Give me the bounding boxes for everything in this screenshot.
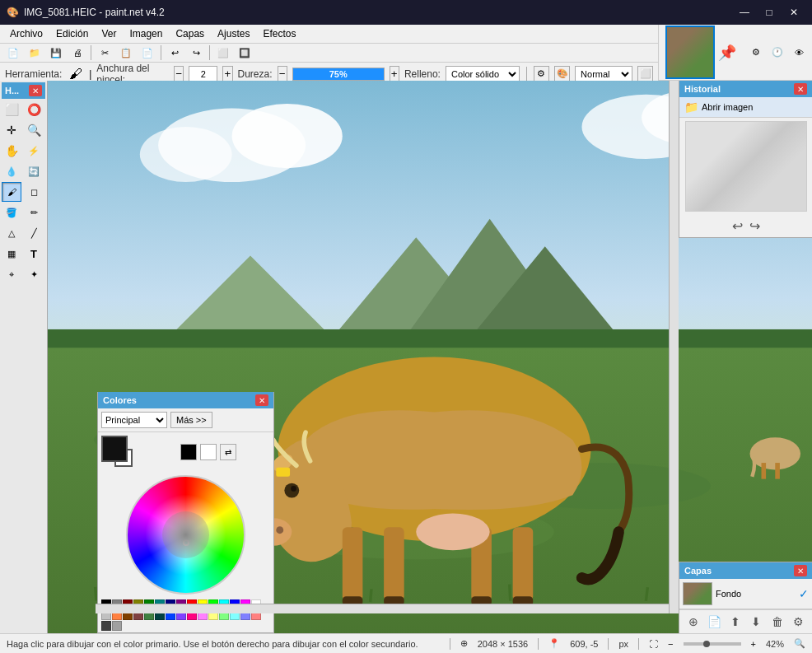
toolbox-close-button[interactable]: ✕ (29, 85, 42, 96)
special-tool[interactable]: ✦ (24, 264, 44, 284)
zoom-bar[interactable] (684, 642, 741, 646)
color-channel-select[interactable]: Principal Secundario (101, 412, 167, 428)
cut-button[interactable]: ✂ (95, 44, 114, 62)
history-undo-button[interactable]: ↩ (732, 218, 743, 234)
extra-swatches: ⇄ (180, 444, 236, 460)
menu-edicion[interactable]: Edición (49, 25, 95, 43)
menu-archivo[interactable]: Archivo (3, 25, 49, 43)
settings-btn[interactable]: ⚙ (746, 44, 766, 62)
swap-colors-button[interactable]: ⇄ (220, 444, 236, 460)
shapes-tool[interactable]: △ (2, 223, 21, 243)
select-rect-tool[interactable]: ⬜ (2, 100, 21, 119)
history-item-icon: 📁 (684, 100, 698, 114)
primary-color-swatch[interactable] (101, 436, 128, 462)
menu-efectos[interactable]: Efectos (256, 25, 302, 43)
layer-row[interactable]: Fondo ✓ (679, 579, 812, 609)
white-swatch[interactable] (200, 444, 217, 460)
history-close-button[interactable]: ✕ (794, 83, 807, 95)
black-swatch[interactable] (180, 444, 197, 460)
line-tool[interactable]: ╱ (24, 223, 44, 243)
menu-ver[interactable]: Ver (95, 25, 123, 43)
open-button[interactable]: 📁 (25, 44, 44, 62)
history-panel-header: Historial ✕ (679, 81, 812, 97)
canvas-area[interactable]: Historial ✕ 📁 Abrir imagen ↩ ↪ Capas ✕ F (48, 81, 812, 633)
brush-size-input[interactable] (189, 66, 217, 82)
hardness-decrement[interactable]: − (278, 66, 287, 82)
hardness-increment[interactable]: + (390, 66, 399, 82)
maximize-button[interactable]: □ (758, 4, 781, 21)
paint-bucket-tool[interactable]: 🪣 (2, 203, 21, 222)
opacity-btn[interactable]: ⬜ (637, 66, 653, 82)
image-thumbnail[interactable] (665, 26, 715, 79)
eraser-tool[interactable]: ◻ (24, 182, 44, 202)
blend-icon-btn[interactable]: ⚙ (534, 66, 549, 82)
blend-mode-select[interactable]: Normal Multiplicar Pantalla (575, 66, 632, 82)
move-layer-down-button[interactable]: ⬇ (748, 613, 764, 630)
new-button[interactable]: 📄 (3, 44, 23, 62)
crop-button[interactable]: ⬜ (213, 44, 233, 62)
history-item[interactable]: 📁 Abrir imagen (679, 97, 812, 118)
redo-button[interactable]: ↪ (186, 44, 206, 62)
close-button[interactable]: ✕ (782, 4, 805, 21)
move-tool[interactable]: ✛ (2, 120, 21, 140)
colors-header-row: Principal Secundario Más >> (98, 408, 273, 432)
hardness-label: Dureza: (238, 68, 273, 80)
palette-color-swatch[interactable] (101, 621, 111, 631)
delete-layer-button[interactable]: 🗑 (769, 613, 786, 630)
text-tool[interactable]: T (24, 244, 44, 264)
coords-icon: 📍 (548, 638, 560, 649)
zoom-slider[interactable] (684, 642, 741, 646)
colors-more-button[interactable]: Más >> (170, 412, 212, 428)
recolor-tool[interactable]: 🔄 (24, 161, 44, 181)
select-lasso-tool[interactable]: ⭕ (24, 100, 44, 119)
save-button[interactable]: 💾 (46, 44, 66, 62)
duplicate-layer-button[interactable]: 📄 (706, 613, 722, 630)
layer-visible-check[interactable]: ✓ (799, 587, 809, 600)
menu-capas[interactable]: Capas (169, 25, 211, 43)
custom-shape-tool[interactable]: ⌖ (2, 264, 21, 284)
zoom-out-button[interactable]: − (668, 639, 673, 649)
pan-tool[interactable]: ✋ (2, 141, 21, 161)
pencil-tool[interactable]: ✏ (24, 203, 44, 222)
palette-color-swatch[interactable] (112, 621, 122, 631)
history-preview (685, 121, 807, 212)
move-layer-up-button[interactable]: ⬆ (727, 613, 744, 630)
history-panel: Historial ✕ 📁 Abrir imagen ↩ ↪ (679, 81, 812, 238)
menu-ajustes[interactable]: Ajustes (211, 25, 256, 43)
brush-increment[interactable]: + (222, 66, 232, 82)
vertical-scrollbar[interactable] (669, 81, 679, 613)
zoom-window-button[interactable]: 🔍 (794, 638, 805, 649)
add-layer-button[interactable]: ⊕ (685, 613, 702, 630)
magic-wand-tool[interactable]: ⚡ (24, 141, 44, 161)
zoom-tool[interactable]: 🔍 (24, 120, 44, 140)
print-button[interactable]: 🖨 (68, 44, 87, 62)
eyedropper-tool[interactable]: 💧 (2, 161, 21, 181)
blend-color-btn[interactable]: 🎨 (554, 66, 570, 82)
minimize-button[interactable]: — (733, 4, 756, 21)
paste-button[interactable]: 📄 (138, 44, 157, 62)
hardness-bar[interactable]: 75% (292, 68, 385, 81)
undo-button[interactable]: ↩ (165, 44, 184, 62)
colors-close-button[interactable]: ✕ (255, 394, 268, 406)
gradient-tool[interactable]: ▦ (2, 244, 21, 264)
layers-panel: Capas ✕ Fondo ✓ ⊕ 📄 ⬆ ⬇ 🗑 ⚙ (679, 562, 812, 633)
thumbnail-pin-icon[interactable]: 📌 (718, 44, 736, 62)
fill-mode-select[interactable]: Color sólido Sin relleno Degradado (446, 66, 520, 82)
toolbox-header[interactable]: H... ✕ (2, 82, 45, 99)
svg-rect-30 (513, 527, 534, 600)
copy-button[interactable]: 📋 (116, 44, 136, 62)
horizontal-scrollbar[interactable] (96, 604, 669, 613)
zoom-thumb[interactable] (703, 641, 710, 647)
resize-button[interactable]: 🔲 (235, 44, 254, 62)
menu-imagen[interactable]: Imagen (123, 25, 169, 43)
layer-properties-button[interactable]: ⚙ (790, 613, 806, 630)
brush-tool[interactable]: 🖌 (2, 182, 21, 202)
zoom-in-button[interactable]: + (751, 639, 756, 649)
clock-btn[interactable]: 🕐 (768, 44, 787, 62)
color-wheel[interactable] (126, 475, 245, 595)
brush-decrement[interactable]: − (174, 66, 184, 82)
layers-panel-header: Capas ✕ (679, 562, 812, 579)
layers-close-button[interactable]: ✕ (794, 565, 807, 576)
eye-btn[interactable]: 👁 (789, 44, 809, 62)
history-redo-button[interactable]: ↪ (749, 218, 760, 234)
